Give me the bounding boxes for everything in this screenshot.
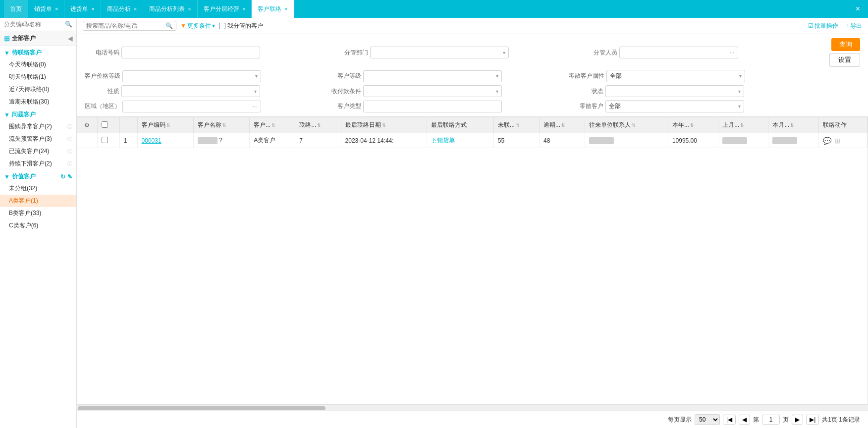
query-button[interactable]: 查询 (831, 38, 860, 51)
close-customer-contact-tab[interactable]: × (284, 6, 287, 12)
horizontal-scrollbar[interactable] (77, 405, 868, 411)
nav-tab-sales[interactable]: 销货单 × (28, 0, 64, 18)
sidebar-item-overdue[interactable]: 逾期未联络(30) (0, 96, 76, 108)
sidebar-item-declining[interactable]: 持续下滑客户(2) ⓘ (0, 158, 76, 170)
per-page-select[interactable]: 50 100 200 (695, 414, 720, 425)
sidebar-item-tomorrow[interactable]: 明天待联络(1) (0, 71, 76, 83)
th-last-month[interactable]: 上月... ⇅ (718, 117, 768, 133)
batch-op-button[interactable]: ☑ 批量操作 (808, 22, 838, 30)
sidebar-all-customers[interactable]: ⊞ 全部客户 ◀ (0, 31, 76, 46)
scroll-thumb[interactable] (78, 406, 326, 410)
th-code[interactable]: 客户编码 ⇅ (137, 117, 193, 133)
export-button[interactable]: ↑ 导出 (846, 22, 862, 30)
nav-tab-product-analysis[interactable]: 商品分析 × (101, 0, 143, 18)
my-customers-check[interactable] (219, 23, 225, 29)
my-customers-checkbox[interactable]: 我分管的客户 (219, 22, 263, 30)
nav-tab-purchase[interactable]: 进货单 × (64, 0, 101, 18)
row-checkbox[interactable] (102, 137, 108, 143)
select-all-checkbox[interactable] (102, 121, 108, 128)
filter-retail-attr-input[interactable]: 全部 ▾ (606, 70, 745, 82)
close-product-list-tab[interactable]: × (188, 6, 191, 12)
sidebar-item-a-class[interactable]: A类客户(1) (0, 195, 76, 207)
last-page-button[interactable]: ▶| (806, 415, 819, 425)
th-overdue[interactable]: 逾期... ⇅ (540, 117, 585, 133)
sidebar-group-value-customers[interactable]: ▼ 价值客户 ↻ ✎ (0, 170, 76, 182)
edit-icon[interactable]: ✎ (67, 173, 72, 180)
payment-dropdown-icon: ▾ (496, 89, 498, 94)
th-settings[interactable]: ⚙ (77, 117, 97, 133)
filter-customer-type-input[interactable] (363, 101, 502, 112)
row-settings-cell (77, 133, 97, 148)
filter-nature-input[interactable]: ▾ (121, 85, 260, 97)
filter-status-input[interactable]: ▾ (605, 85, 744, 97)
page-number-input[interactable] (762, 415, 780, 425)
close-purchase-tab[interactable]: × (91, 6, 94, 12)
sidebar-item-b-class[interactable]: B类客户(33) (0, 207, 76, 219)
sidebar-item-hoarding[interactable]: 囤购异常客户(2) ⓘ (0, 120, 76, 133)
filter-dept-input[interactable]: ▾ (370, 47, 509, 58)
pagination-bar: 每页显示 50 100 200 |◀ ◀ 第 页 ▶ ▶| 共1页 1条记录 (77, 411, 868, 428)
filter-payment-input[interactable]: ▾ (363, 85, 502, 97)
row-company-contact-cell (585, 133, 668, 148)
filter-retail-customer-input[interactable]: 全部 ▾ (605, 100, 744, 112)
qrcode-action-icon[interactable]: ⊞ (834, 137, 840, 145)
sidebar-group-pending-contact[interactable]: ▼ 待联络客户 (0, 46, 76, 58)
customer-code-link[interactable]: 000031 (142, 137, 162, 144)
filter-price-level-input[interactable]: ▾ (122, 70, 261, 82)
this-month-blurred (772, 137, 797, 144)
filter-phone: 电话号码 (85, 47, 324, 58)
th-this-year[interactable]: 本年... ⇅ (668, 117, 718, 133)
close-product-analysis-tab[interactable]: × (134, 6, 137, 12)
sidebar-search-input[interactable] (4, 21, 63, 28)
row-checkbox-cell[interactable] (97, 133, 119, 148)
th-last-contact-date[interactable]: 最后联络日期 ⇅ (341, 117, 427, 133)
th-contact[interactable]: 联络... ⇅ (295, 117, 341, 133)
more-chevron-icon: ▾ (212, 22, 215, 29)
th-no-contact[interactable]: 未联... ⇅ (493, 117, 539, 133)
th-checkbox[interactable] (97, 117, 119, 133)
sort-icon-this-month: ⇅ (790, 123, 794, 128)
nav-tab-product-list[interactable]: 商品分析列表 × (143, 0, 197, 18)
sidebar-group-problem-customers[interactable]: ▼ 问题客户 (0, 108, 76, 120)
sidebar-collapse-icon[interactable]: ◀ (68, 35, 72, 42)
sidebar-item-today[interactable]: 今天待联络(0) (0, 58, 76, 71)
sidebar-item-c-class[interactable]: C类客户(6) (0, 219, 76, 232)
filter-phone-input[interactable] (121, 47, 260, 58)
table-settings-icon[interactable]: ⚙ (84, 122, 90, 129)
nav-tab-home[interactable]: 首页 (4, 0, 28, 18)
filter-customer-level-input[interactable]: ▾ (363, 70, 502, 82)
close-sales-tab[interactable]: × (55, 6, 58, 12)
row-code-cell[interactable]: 000031 (137, 133, 193, 148)
filter-region-input[interactable]: ··· (122, 101, 261, 112)
nav-tab-customer-tier[interactable]: 客户分层经营 × (198, 0, 252, 18)
filter-search-input[interactable] (86, 22, 165, 29)
setting-button[interactable]: 设置 (829, 53, 860, 67)
th-name[interactable]: 客户名称 ⇅ (193, 117, 249, 133)
th-company-contact[interactable]: 往来单位联系人 ⇅ (585, 117, 668, 133)
sidebar-item-ungrouped[interactable]: 未分组(32) (0, 182, 76, 195)
row-method-cell[interactable]: 下销货单 (427, 133, 493, 148)
filter-payment: 收付款条件 ▾ (326, 85, 558, 97)
th-category[interactable]: 客户... ⇅ (250, 117, 295, 133)
th-last-contact-method[interactable]: 最后联络方式 (427, 117, 493, 133)
filter-search-icon[interactable]: 🔍 (165, 22, 173, 29)
sidebar-search-icon[interactable]: 🔍 (65, 21, 72, 28)
sidebar-item-7days[interactable]: 近7天待联络(0) (0, 83, 76, 96)
sidebar-item-churned[interactable]: 已流失客户(24) ⓘ (0, 145, 76, 158)
main-layout: 🔍 ⊞ 全部客户 ◀ ▼ 待联络客户 今天待联络(0) 明天待联络(1) 近7天… (0, 18, 868, 428)
filter-person-input[interactable]: ··· (619, 47, 738, 58)
refresh-icon[interactable]: ↻ (60, 173, 65, 180)
close-all-button[interactable]: × (852, 4, 864, 13)
next-page-button[interactable]: ▶ (792, 415, 803, 425)
filter-more-button[interactable]: ▼ 更多条件 ▾ (180, 22, 215, 30)
close-customer-tier-tab[interactable]: × (242, 6, 245, 12)
sidebar-item-churn-warning[interactable]: 流失预警客户(3) ⓘ (0, 133, 76, 145)
message-action-icon[interactable]: 💬 (823, 137, 831, 145)
table-row: 1 000031 ? A类客户 7 2023-04-12 14:44: 下销货单 (77, 133, 868, 148)
th-this-month[interactable]: 本月... ⇅ (768, 117, 818, 133)
filter-row-1: 电话号码 分管部门 ▾ 分管人员 ··· (85, 38, 860, 67)
first-page-button[interactable]: |◀ (723, 415, 736, 425)
nav-tab-customer-contact[interactable]: 客户联络 × (252, 0, 294, 18)
prev-page-button[interactable]: ◀ (739, 415, 750, 425)
contact-method-link[interactable]: 下销货单 (431, 137, 455, 144)
